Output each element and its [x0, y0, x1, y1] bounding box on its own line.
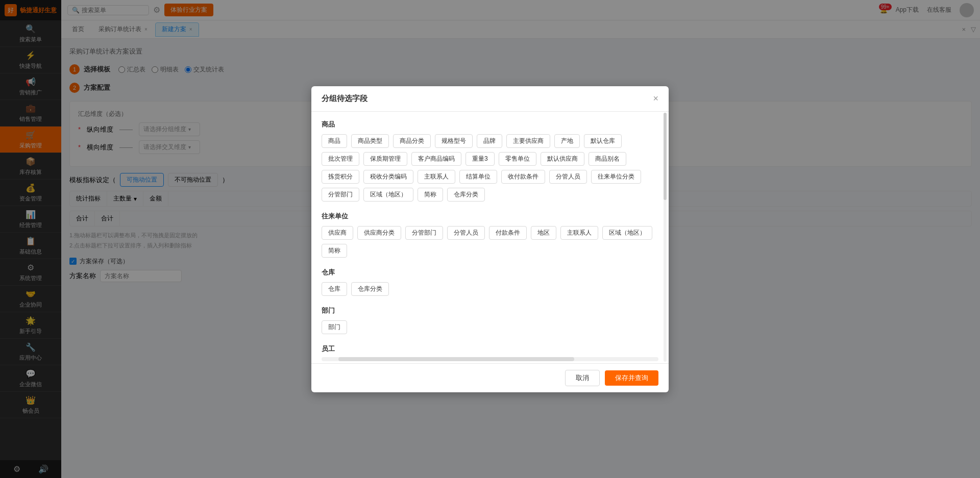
modal: 分组待选字段 × 商品 商品 商品类型 商品分类 规格型号 品牌 主要供应商 产…: [311, 86, 669, 392]
field-tag[interactable]: 主联系人: [560, 226, 598, 240]
modal-overlay: 分组待选字段 × 商品 商品 商品类型 商品分类 规格型号 品牌 主要供应商 产…: [0, 0, 980, 478]
section-staff: 员工 业务员: [322, 344, 658, 355]
section-partners-tags: 供应商 供应商分类 分管部门 分管人员 付款条件 地区 主联系人 区域（地区） …: [322, 226, 658, 258]
field-tag[interactable]: 往来单位分类: [591, 170, 641, 184]
field-tag[interactable]: 默认仓库: [584, 134, 622, 148]
field-tag[interactable]: 供应商: [322, 226, 353, 240]
field-tag[interactable]: 客户商品编码: [411, 152, 461, 166]
field-tag[interactable]: 产地: [554, 134, 580, 148]
modal-header: 分组待选字段 ×: [311, 86, 669, 112]
field-tag[interactable]: 简称: [322, 244, 347, 258]
field-tag[interactable]: 商品: [322, 134, 347, 148]
field-tag[interactable]: 拣货积分: [322, 170, 359, 184]
section-warehouse: 仓库 仓库 仓库分类: [322, 268, 658, 296]
section-dept-tags: 部门: [322, 320, 658, 334]
field-tag[interactable]: 主联系人: [418, 170, 455, 184]
field-tag[interactable]: 区域（地区）: [363, 188, 413, 202]
section-dept: 部门 部门: [322, 306, 658, 334]
field-tag[interactable]: 收付款条件: [501, 170, 545, 184]
field-tag[interactable]: 仓库分类: [351, 282, 389, 296]
section-partners-title: 往来单位: [322, 212, 658, 221]
section-warehouse-tags: 仓库 仓库分类: [322, 282, 658, 296]
field-tag[interactable]: 部门: [322, 320, 347, 334]
field-tag[interactable]: 默认供应商: [541, 152, 584, 166]
field-tag[interactable]: 分管部门: [405, 226, 443, 240]
section-partners: 往来单位 供应商 供应商分类 分管部门 分管人员 付款条件 地区 主联系人 区域…: [322, 212, 658, 258]
field-tag[interactable]: 重量3: [465, 152, 495, 166]
field-tag[interactable]: 规格型号: [435, 134, 473, 148]
field-tag[interactable]: 零售单位: [499, 152, 536, 166]
section-dept-title: 部门: [322, 306, 658, 315]
field-tag[interactable]: 分管人员: [549, 170, 587, 184]
confirm-button[interactable]: 保存并查询: [605, 370, 658, 386]
field-tag[interactable]: 地区: [531, 226, 556, 240]
field-tag[interactable]: 供应商分类: [357, 226, 401, 240]
field-tag[interactable]: 简称: [418, 188, 443, 202]
modal-hscroll-area: [311, 355, 669, 363]
field-tag[interactable]: 批次管理: [322, 152, 359, 166]
section-warehouse-title: 仓库: [322, 268, 658, 277]
section-goods-tags: 商品 商品类型 商品分类 规格型号 品牌 主要供应商 产地 默认仓库 批次管理 …: [322, 134, 658, 202]
field-tag[interactable]: 结算单位: [459, 170, 497, 184]
field-tag[interactable]: 仓库分类: [447, 188, 485, 202]
modal-hscroll-thumb[interactable]: [338, 357, 574, 361]
modal-footer: 取消 保存并查询: [311, 363, 669, 392]
field-tag[interactable]: 分管部门: [322, 188, 359, 202]
field-tag[interactable]: 区域（地区）: [602, 226, 652, 240]
modal-vscroll-track: [664, 113, 667, 362]
modal-hscroll-track: [322, 357, 658, 361]
field-tag[interactable]: 主要供应商: [506, 134, 550, 148]
field-tag[interactable]: 分管人员: [447, 226, 485, 240]
field-tag[interactable]: 商品别名: [589, 152, 626, 166]
field-tag[interactable]: 商品类型: [351, 134, 389, 148]
field-tag[interactable]: 商品分类: [393, 134, 431, 148]
field-tag[interactable]: 税收分类编码: [363, 170, 413, 184]
modal-title: 分组待选字段: [322, 94, 368, 104]
field-tag[interactable]: 仓库: [322, 282, 347, 296]
field-tag[interactable]: 保质期管理: [363, 152, 407, 166]
modal-body: 商品 商品 商品类型 商品分类 规格型号 品牌 主要供应商 产地 默认仓库 批次…: [311, 112, 669, 355]
section-staff-title: 员工: [322, 344, 658, 354]
field-tag[interactable]: 品牌: [477, 134, 502, 148]
section-goods: 商品 商品 商品类型 商品分类 规格型号 品牌 主要供应商 产地 默认仓库 批次…: [322, 120, 658, 202]
modal-vscroll-thumb[interactable]: [664, 113, 667, 200]
modal-close-button[interactable]: ×: [653, 93, 658, 104]
cancel-button[interactable]: 取消: [565, 370, 600, 386]
section-goods-title: 商品: [322, 120, 658, 129]
field-tag[interactable]: 付款条件: [489, 226, 527, 240]
